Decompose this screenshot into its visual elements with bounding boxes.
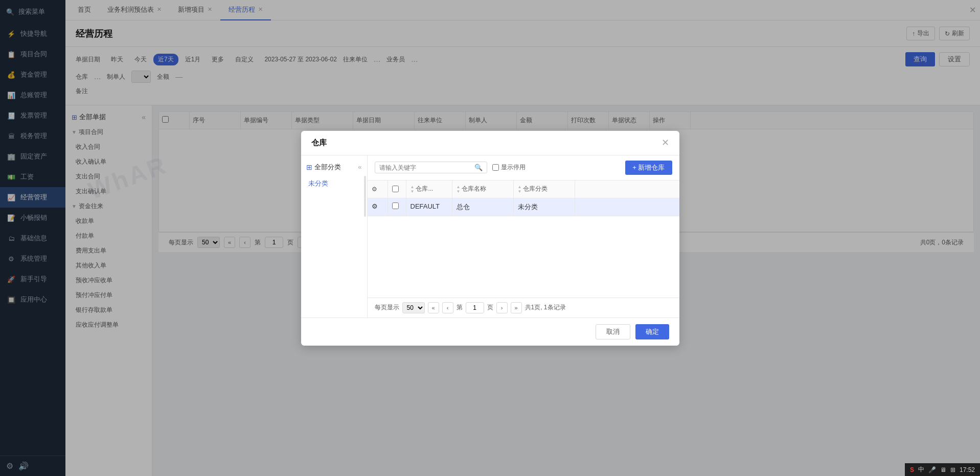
scroll-indicator <box>364 176 366 217</box>
modal-per-page-select[interactable]: 50 <box>402 302 425 313</box>
row-checkbox[interactable] <box>392 202 399 209</box>
modal-th-checkbox <box>388 180 406 198</box>
modal-table-header: ⚙ ▲▼ 仓库... ▲▼ 仓库名称 <box>368 180 679 198</box>
modal-col-code-label: 仓库... <box>416 185 433 193</box>
table-row[interactable]: ⚙ DEFAULT 总仓 未分类 <box>368 198 679 216</box>
modal-col-name-label: 仓库名称 <box>462 185 486 193</box>
show-disabled-checkbox[interactable] <box>492 164 499 171</box>
modal-th-code[interactable]: ▲▼ 仓库... <box>406 180 452 198</box>
modal-right-panel: 🔍 显示停用 + 新增仓库 ⚙ <box>368 155 679 318</box>
tray-icon-monitor: 🖥 <box>940 466 946 473</box>
row-gear-icon: ⚙ <box>372 202 378 210</box>
modal-th-name[interactable]: ▲▼ 仓库名称 <box>452 180 514 198</box>
show-disabled-text: 显示停用 <box>501 163 526 172</box>
row-code: DEFAULT <box>406 198 452 216</box>
modal-close-button[interactable]: ✕ <box>662 138 669 147</box>
tray-icon-s: S <box>910 466 914 473</box>
modal-title: 仓库 <box>311 138 327 148</box>
row-category: 未分类 <box>514 198 575 216</box>
modal-header: 仓库 ✕ <box>301 131 679 155</box>
modal-grid-icon: ⊞ <box>306 163 312 171</box>
gear-icon: ⚙ <box>372 186 377 193</box>
modal-table: ⚙ ▲▼ 仓库... ▲▼ 仓库名称 <box>368 180 679 298</box>
modal-collapse-icon[interactable]: « <box>358 163 361 171</box>
modal-left-header: ⊞ 全部分类 « <box>301 160 367 175</box>
add-warehouse-button[interactable]: + 新增仓库 <box>625 161 672 175</box>
modal-page-label: 第 <box>457 303 463 312</box>
modal-select-all[interactable] <box>392 186 399 192</box>
search-box: 🔍 <box>375 162 487 173</box>
tray-separator: 中 <box>918 465 924 474</box>
modal-page-input[interactable] <box>466 302 484 313</box>
modal-left-panel: ⊞ 全部分类 « 未分类 <box>301 155 368 318</box>
warehouse-search-input[interactable] <box>379 164 472 171</box>
system-time: 17:52 <box>960 466 975 473</box>
modal-first-page[interactable]: « <box>428 302 439 313</box>
show-disabled-label: 显示停用 <box>492 163 526 172</box>
system-tray: S 中 🎤 🖥 ⊞ 17:52 <box>905 463 980 476</box>
search-icon: 🔍 <box>474 164 483 171</box>
modal-next-page[interactable]: › <box>496 302 508 313</box>
modal-overlay: 仓库 ✕ ⊞ 全部分类 « 未分类 <box>0 0 980 476</box>
row-checkbox-cell <box>388 198 406 216</box>
row-gear: ⚙ <box>368 198 388 216</box>
modal-footer: 取消 确定 <box>301 318 679 346</box>
modal-page-suffix: 页 <box>487 303 493 312</box>
modal-per-page-label: 每页显示 <box>375 303 399 312</box>
modal-th-category[interactable]: ▲▼ 仓库分类 <box>514 180 575 198</box>
modal-toolbar: 🔍 显示停用 + 新增仓库 <box>368 155 679 180</box>
cancel-button[interactable]: 取消 <box>596 324 630 339</box>
modal-prev-page[interactable]: ‹ <box>442 302 453 313</box>
modal-last-page[interactable]: » <box>511 302 522 313</box>
modal-th-gear: ⚙ <box>368 180 388 198</box>
modal-col-category-label: 仓库分类 <box>523 185 548 193</box>
modal-left-title: 全部分类 <box>314 163 341 172</box>
modal-pagination: 每页显示 50 « ‹ 第 页 › » 共1页, 1条记录 <box>368 298 679 318</box>
tray-icon-mic: 🎤 <box>928 466 936 473</box>
modal-body: ⊞ 全部分类 « 未分类 🔍 <box>301 155 679 318</box>
modal-total-label: 共1页, 1条记录 <box>525 303 566 312</box>
confirm-button[interactable]: 确定 <box>635 324 669 339</box>
row-name: 总仓 <box>452 198 514 216</box>
warehouse-modal: 仓库 ✕ ⊞ 全部分类 « 未分类 <box>301 131 679 346</box>
modal-category-item-unclassified[interactable]: 未分类 <box>301 175 367 192</box>
unclassified-label: 未分类 <box>308 179 328 187</box>
tray-icon-filter: ⊞ <box>950 466 955 473</box>
